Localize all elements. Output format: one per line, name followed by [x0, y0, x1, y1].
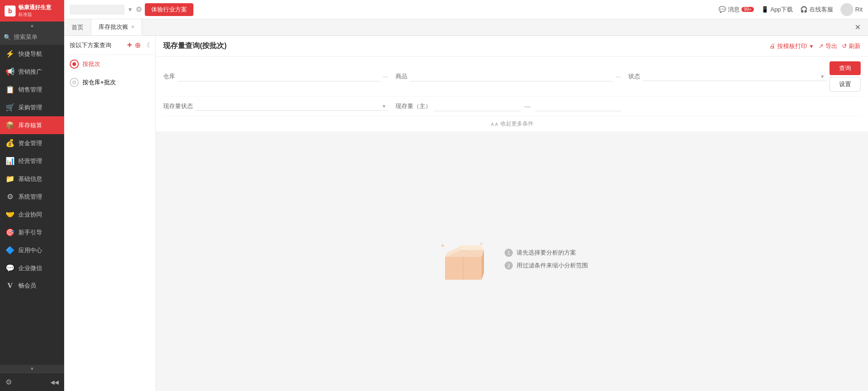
sidebar-item-marketing[interactable]: 📢 营销推广 [0, 63, 64, 81]
tab-home-label: 首页 [71, 23, 83, 32]
warehouse-label: 仓库 [163, 72, 175, 81]
step-2-text: 用过滤条件来缩小分析范围 [516, 261, 588, 270]
step-1-text: 请先选择要分析的方案 [516, 249, 576, 257]
phone-icon: 📱 [761, 6, 769, 13]
inventory-qty-label: 现存量（主） [396, 102, 431, 110]
messages-label: 消息 [728, 5, 740, 14]
empty-text: 1 请先选择要分析的方案 2 用过滤条件来缩小分析范围 [505, 249, 588, 274]
print-icon: 🖨 [769, 43, 775, 49]
left-panel-title: 按以下方案查询 [70, 41, 111, 49]
purchase-icon: 🛒 [5, 103, 15, 112]
tab-inventory-batch[interactable]: 库存批次账 × [91, 19, 142, 35]
scheme-label: 按批次 [82, 60, 100, 68]
empty-icon-wrap: ✦ ✦ [436, 234, 491, 289]
warehouse-field: 仓库 ··· [163, 71, 396, 81]
sidebar-item-operation[interactable]: 📊 经营管理 [0, 152, 64, 170]
scheme-item-warehouse-batch[interactable]: 按仓库+批次 [64, 73, 155, 92]
scheme-item-batch[interactable]: 按批次 [64, 55, 155, 73]
sidebar-item-apps[interactable]: 🔷 应用中心 [0, 241, 64, 259]
status-select[interactable]: ▼ [643, 72, 827, 81]
online-service-btn[interactable]: 🎧 在线客服 [800, 5, 833, 14]
footer-collapse-icon[interactable]: ◀◀ [50, 379, 59, 386]
user-profile-btn[interactable]: Rit [841, 3, 863, 16]
refresh-btn[interactable]: ↺ 刷新 [842, 42, 861, 50]
footer-settings-icon[interactable]: ⚙ [5, 378, 12, 386]
sidebar-item-label: 畅会员 [18, 282, 36, 290]
messages-btn[interactable]: 💬 消息 99+ [719, 5, 754, 14]
scroll-up-arrow[interactable]: ▲ [0, 22, 64, 29]
sidebar-item-enterprise[interactable]: 🤝 企业协同 [0, 206, 64, 223]
app-version: 标准版 [18, 11, 51, 18]
scheme-settings-icon[interactable]: ⊕ [135, 41, 141, 49]
tabs-close-all-btn[interactable]: ✕ [851, 23, 864, 32]
headset-icon: 🎧 [800, 6, 808, 13]
right-panel: 现存量查询(按批次) 🖨 按模板打印 ▼ ↗ 导出 ↺ 刷新 [156, 36, 868, 391]
tab-home[interactable]: 首页 [64, 19, 91, 35]
inventory-status-label: 现存量状态 [163, 102, 193, 110]
inventory-qty-dash: — [523, 103, 533, 110]
warehouse-input[interactable] [178, 71, 380, 81]
add-scheme-icon[interactable]: + [127, 40, 132, 50]
inventory-icon: 📦 [5, 121, 15, 130]
sidebar-item-newbie[interactable]: 🎯 新手引导 [0, 223, 64, 241]
inventory-qty-to-input[interactable] [535, 101, 621, 111]
sidebar-item-label: 系统管理 [18, 193, 42, 201]
inventory-qty-field: 现存量（主） — [396, 101, 628, 111]
sidebar-item-label: 采购管理 [18, 103, 42, 112]
status-chevron-icon: ▼ [820, 74, 825, 79]
sidebar-item-wechat[interactable]: 💬 企业微信 [0, 259, 64, 277]
sidebar-item-purchase[interactable]: 🛒 采购管理 [0, 98, 64, 116]
sidebar-item-member[interactable]: V 畅会员 [0, 277, 64, 294]
inventory-status-field: 现存量状态 ▼ [163, 102, 396, 111]
scroll-down-arrow[interactable]: ▼ [0, 365, 64, 373]
experience-btn[interactable]: 体验行业方案 [145, 3, 193, 16]
tab-close-icon[interactable]: × [131, 24, 134, 30]
avatar [841, 3, 853, 16]
warehouse-more-icon[interactable]: ··· [383, 73, 389, 80]
product-label: 商品 [396, 72, 407, 81]
product-input[interactable] [410, 71, 613, 81]
sidebar-item-system[interactable]: ⚙ 系统管理 [0, 188, 64, 206]
query-btn[interactable]: 查询 [830, 61, 861, 75]
sidebar-item-sales[interactable]: 📋 销售管理 [0, 81, 64, 98]
marketing-icon: 📢 [5, 67, 15, 76]
collapse-bar[interactable]: ∧∧ 收起更多条件 [163, 116, 861, 131]
topbar-left: ▼ ⚙ 体验行业方案 [70, 3, 714, 16]
app-download-btn[interactable]: 📱 App下载 [761, 5, 793, 14]
left-panel-header: 按以下方案查询 + ⊕ 《 [64, 36, 155, 55]
status-label: 状态 [628, 72, 640, 81]
step-1-num: 1 [505, 249, 513, 257]
step-2-num: 2 [505, 261, 513, 270]
inventory-status-chevron: ▼ [381, 103, 386, 109]
svg-text:✦: ✦ [479, 241, 483, 246]
company-name: 畅康通好生意 [18, 4, 51, 11]
search-menu-label: 搜索菜单 [14, 33, 38, 41]
collapse-panel-icon[interactable]: 《 [143, 41, 150, 49]
topbar-search-input[interactable] [70, 5, 125, 15]
print-btn[interactable]: 🖨 按模板打印 ▼ [769, 42, 814, 50]
messages-badge: 99+ [742, 7, 754, 12]
sidebar-item-label: 销售管理 [18, 86, 42, 94]
refresh-label: 刷新 [849, 42, 861, 50]
sidebar-item-finance[interactable]: 💰 资金管理 [0, 134, 64, 152]
search-icon: 🔍 [4, 34, 11, 41]
settings-btn[interactable]: 设置 [830, 77, 861, 92]
scheme-inactive-icon [70, 78, 79, 87]
page-title-actions: 🖨 按模板打印 ▼ ↗ 导出 ↺ 刷新 [769, 42, 861, 50]
topbar-gear-icon[interactable]: ⚙ [136, 5, 142, 14]
product-more-icon[interactable]: ··· [615, 73, 621, 80]
sidebar-item-label: 快捷导航 [18, 50, 42, 58]
inventory-qty-from-input[interactable] [434, 101, 520, 111]
topbar-dropdown-arrow[interactable]: ▼ [127, 6, 133, 13]
sidebar-item-inventory[interactable]: 📦 库存核算 [0, 116, 64, 134]
sidebar-item-shortcuts[interactable]: ⚡ 快捷导航 [0, 45, 64, 63]
sidebar-item-label: 库存核算 [18, 121, 42, 130]
sidebar-search[interactable]: 🔍 搜索菜单 [0, 29, 64, 45]
shortcuts-icon: ⚡ [5, 49, 15, 58]
print-dropdown-icon[interactable]: ▼ [809, 43, 814, 49]
empty-step-1: 1 请先选择要分析的方案 [505, 249, 588, 257]
export-btn[interactable]: ↗ 导出 [819, 42, 837, 50]
username-label: Rit [855, 6, 863, 13]
inventory-status-select[interactable]: ▼ [196, 102, 388, 111]
sidebar-item-basic[interactable]: 📁 基础信息 [0, 170, 64, 188]
